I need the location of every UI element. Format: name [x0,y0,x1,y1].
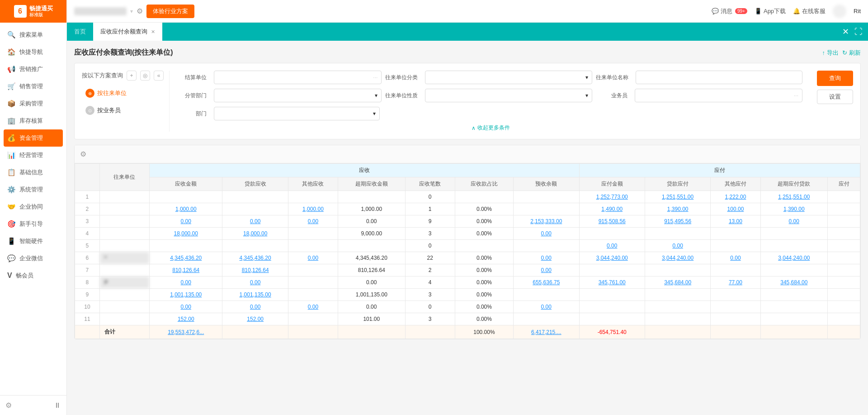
refresh-button[interactable]: ↻ 刷新 [842,49,861,57]
sidebar-item-hardware[interactable]: 📱 智能硬件 [0,233,66,250]
partner-name-input[interactable] [636,71,802,84]
collapse-row[interactable]: ∧ 收起更多条件 [175,124,806,132]
cell-ap_overdue[interactable]: 345,684.00 [760,277,828,289]
cell-ap_overdue[interactable]: 1,390.00 [760,203,828,215]
cell-ar_advance[interactable]: 0.00 [514,264,579,277]
sidebar-item-marketing[interactable]: 📢 营销推广 [0,61,66,78]
cell-ar_advance[interactable]: 0.00 [514,228,579,240]
cell-ap_amount[interactable]: 0.00 [579,240,645,252]
cell-ap_loan[interactable]: 345,684.00 [645,277,710,289]
cell-ap_other[interactable] [711,289,760,301]
cell-ar_advance[interactable]: 655,636.75 [514,277,579,289]
cell-ap_other[interactable]: 13.00 [711,215,760,228]
cell-ap_overdue[interactable] [760,313,828,325]
cell-ap_other[interactable]: 0.00 [711,252,760,264]
settings-icon[interactable]: ⚙ [5,401,12,410]
cell-ar_advance[interactable] [514,203,579,215]
cell-ar_amount[interactable] [150,240,222,252]
cell-ar_amount[interactable]: 1,001,135.00 [150,289,222,301]
cell-ar_advance[interactable] [514,289,579,301]
cell-ap_overdue[interactable] [760,289,828,301]
cell-ap_loan[interactable]: 1,251,551.00 [645,191,710,203]
sidebar-item-collab[interactable]: 🤝 企业协同 [0,198,66,215]
cell-ap_loan[interactable] [645,301,710,313]
sidebar-item-quick-nav[interactable]: 🏠 快捷导航 [0,43,66,61]
cell-ap_overdue[interactable] [760,240,828,252]
sidebar-item-finance[interactable]: 💰 资金管理 [4,129,63,147]
sidebar-item-purchase[interactable]: 📦 采购管理 [0,95,66,112]
cell-ar_advance[interactable]: 0.00 [514,301,579,313]
settlement-input[interactable]: ··· [214,71,382,84]
cell-ar_advance[interactable] [514,240,579,252]
cell-ap_amount[interactable]: 915,508.56 [579,215,645,228]
cell-ar_amount[interactable] [150,191,222,203]
subdept-select[interactable]: ▾ [214,107,380,120]
cell-ap_amount[interactable]: 3,044,240.00 [579,252,645,264]
add-filter-btn[interactable]: + [127,71,137,81]
cell-ar_loan[interactable]: 810,126.64 [222,264,288,277]
tab-ar-query[interactable]: 应收应付余额查询 ✕ [93,23,162,41]
cell-ap_loan[interactable]: 0.00 [645,240,710,252]
messages-btn[interactable]: 💬 消息 99+ [712,7,747,15]
sidebar-item-sales[interactable]: 🛒 销售管理 [0,78,66,95]
sidebar-item-system[interactable]: ⚙️ 系统管理 [0,181,66,198]
cell-ap_overdue[interactable]: 0.00 [760,215,828,228]
cell-ap_loan[interactable]: 915,495.56 [645,215,710,228]
cell-ar_amount[interactable]: 4,345,436.20 [150,252,222,264]
sidebar-item-newbie[interactable]: 🎯 新手引导 [0,215,66,233]
cell-ar_other[interactable] [288,264,338,277]
user-name[interactable]: Rit [854,8,861,14]
solution-button[interactable]: 体验行业方案 [146,5,194,18]
cell-ar_loan[interactable] [222,240,288,252]
cell-ar_other[interactable] [288,191,338,203]
cell-ar_other[interactable]: 0.00 [288,301,338,313]
cell-ar_loan[interactable]: 0.00 [222,301,288,313]
cell-ar_amount[interactable]: 0.00 [150,277,222,289]
cell-ar_amount[interactable]: 0.00 [150,301,222,313]
table-settings-icon[interactable]: ⚙ [80,150,86,158]
export-button[interactable]: ↑ 导出 [822,49,839,57]
app-download-btn[interactable]: 📱 App下载 [755,7,786,15]
cell-ap_amount[interactable] [579,228,645,240]
collapse-icon[interactable]: ⏸ [54,401,61,410]
cell-ar_other[interactable] [288,228,338,240]
online-service-btn[interactable]: 🔔 在线客服 [793,7,826,15]
method-by-salesperson[interactable]: ⊙ 按业务员 [82,103,164,118]
cell-ap_other[interactable] [711,264,760,277]
cell-ap_overdue[interactable]: 3,044,240.00 [760,252,828,264]
cell-ar_other[interactable] [288,277,338,289]
cell-ap_other[interactable] [711,240,760,252]
category-select[interactable]: ▾ [425,71,592,84]
settings-button[interactable]: 设置 [817,90,853,104]
sidebar-item-wechat[interactable]: 💬 企业微信 [0,250,66,267]
cell-ap_amount[interactable]: 1,252,773.00 [579,191,645,203]
cell-ar_loan[interactable]: 18,000.00 [222,228,288,240]
cell-ap_overdue[interactable] [760,264,828,277]
cell-ar_amount[interactable]: 18,000.00 [150,228,222,240]
cell-ar_other[interactable] [288,240,338,252]
cell-ar_loan[interactable]: 152.00 [222,313,288,325]
sidebar-item-member[interactable]: V 畅会员 [0,267,66,284]
cell-ap_overdue[interactable] [760,301,828,313]
method-by-partner[interactable]: ⊕ 按往来单位 [82,86,164,100]
cell-ap_overdue[interactable]: 1,251,551.00 [760,191,828,203]
cell-ap_amount[interactable]: 345,761.00 [579,277,645,289]
cell-ar_advance[interactable] [514,313,579,325]
cell-ar_loan[interactable]: 4,345,436.20 [222,252,288,264]
filter-collapse-btn[interactable]: « [154,71,164,81]
cell-ar_loan[interactable]: 0.00 [222,277,288,289]
query-button[interactable]: 查询 [817,71,853,86]
cell-ar_loan[interactable] [222,203,288,215]
cell-ar_loan[interactable]: 0.00 [222,215,288,228]
cell-ar_other[interactable]: 0.00 [288,252,338,264]
cell-ap_amount[interactable] [579,289,645,301]
cell-ar_other[interactable] [288,313,338,325]
cell-ap_loan[interactable] [645,313,710,325]
cell-ap_other[interactable]: 1,222.00 [711,191,760,203]
tab-close-icon[interactable]: ✕ [151,29,155,35]
partner-type-select[interactable]: ▾ [425,89,592,102]
cell-ap_loan[interactable] [645,228,710,240]
close-window-icon[interactable]: ✕ [842,27,849,37]
cell-ar_amount[interactable]: 152.00 [150,313,222,325]
tab-home[interactable]: 首页 [67,23,93,41]
